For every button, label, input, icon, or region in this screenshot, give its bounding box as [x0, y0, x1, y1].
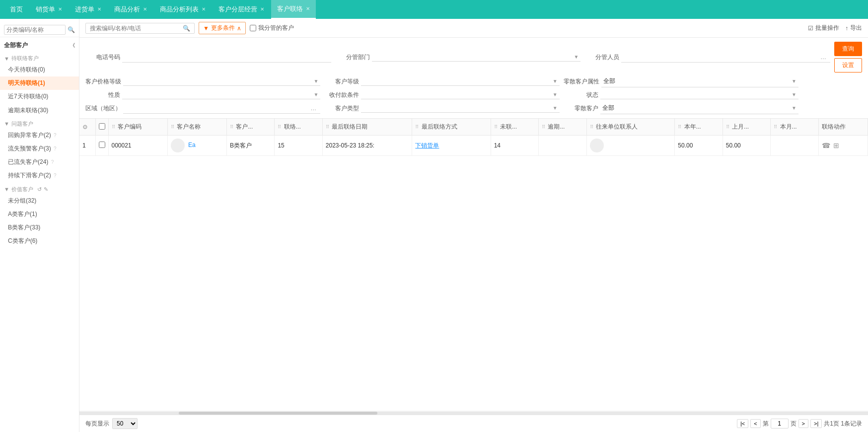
status-arrow: ▼	[792, 92, 796, 97]
sidebar-item-overdue-contact[interactable]: 逾期未联络(30)	[0, 104, 79, 117]
total-label: 共1页 1条记录	[824, 420, 862, 428]
nav-sales[interactable]: 销货单 ✕	[30, 0, 68, 19]
contact-avatar	[590, 139, 604, 152]
col-handle-contact-count: ⠿	[278, 124, 281, 130]
my-customers-check[interactable]: 我分管的客户	[250, 24, 294, 32]
reset-btn[interactable]: 设置	[834, 58, 862, 72]
th-this-year: ⠿ 本年...	[675, 119, 723, 136]
refresh-icon[interactable]: ↺	[37, 186, 42, 193]
filter-retail-customer-select[interactable]: 全部 ▼	[600, 102, 798, 114]
filter-customer-level-select[interactable]: ▼	[361, 77, 559, 86]
nav-goods-analysis-close[interactable]: ✕	[143, 0, 147, 19]
col-handle-overdue: ⠿	[542, 124, 545, 130]
filter-nature-label: 性质	[85, 91, 120, 99]
nav-customer-contact[interactable]: 客户联络 ✕	[271, 0, 316, 19]
filter-customer-type: 客户类型 ▼	[324, 104, 559, 113]
horizontal-scrollbar[interactable]	[79, 411, 868, 415]
nav-goods-analysis-list[interactable]: 商品分析列表 ✕	[154, 0, 212, 19]
query-btn[interactable]: 查询	[834, 42, 862, 56]
td-name: Ea	[167, 136, 226, 156]
sidebar-group-problem-label: 问题客户	[11, 120, 33, 128]
sidebar: 🔍 全部客户 《 ▼待联络客户 今天待联络(0) 明天待联络(1) 近7天待联络…	[0, 19, 79, 432]
nav-purchase[interactable]: 进货单 ✕	[69, 0, 107, 19]
nav-customer-tier[interactable]: 客户分层经营 ✕	[213, 0, 270, 19]
sidebar-item-class-c-label: C类客户(6)	[8, 237, 37, 244]
sidebar-all-customers[interactable]: 全部客户 《	[0, 39, 79, 52]
nav-customer-tier-close[interactable]: ✕	[260, 0, 264, 19]
filter-area-select[interactable]: …	[123, 103, 320, 114]
th-name-label: 客户名称	[177, 123, 201, 130]
th-this-month: ⠿ 本月...	[771, 119, 818, 136]
sidebar-item-class-a[interactable]: A类客户(1)	[0, 208, 79, 221]
sidebar-item-declining[interactable]: 持续下滑客户(2) ?	[0, 169, 79, 182]
filter-actions: 查询 设置	[834, 42, 862, 72]
page-input[interactable]	[771, 419, 789, 429]
grid-action-icon[interactable]: ⊞	[833, 142, 839, 149]
sidebar-item-ungrouped[interactable]: 未分组(32)	[0, 194, 79, 208]
sidebar-item-week-contact[interactable]: 近7天待联络(0)	[0, 90, 79, 103]
last-page-btn[interactable]: >|	[810, 419, 822, 428]
per-page-select[interactable]: 50 100 200	[112, 418, 138, 429]
nav-goods-analysis[interactable]: 商品分析 ✕	[108, 0, 153, 19]
row-name[interactable]: Ea	[188, 142, 196, 148]
filter-row-1: 电话号码 分管部门 ▼ 分管人员 … 查询 设置	[85, 42, 862, 72]
phone-action-icon[interactable]: ☎	[822, 142, 830, 149]
scrollbar-track	[79, 412, 868, 415]
sidebar-item-class-c[interactable]: C类客户(6)	[0, 234, 79, 248]
sidebar-search-input[interactable]	[4, 25, 66, 35]
sidebar-item-repurchase-abnormal[interactable]: 回购异常客户(2) ?	[0, 129, 79, 142]
filter-customer-type-select[interactable]: ▼	[361, 104, 559, 113]
filter-nature-select[interactable]: ▼	[122, 90, 320, 99]
area-dots-icon[interactable]: …	[308, 105, 318, 112]
sidebar-item-repurchase-label: 回购异常客户(2)	[8, 132, 51, 139]
filter-dept-select[interactable]: ▼	[372, 53, 581, 62]
sidebar-item-today-contact[interactable]: 今天待联络(0)	[0, 63, 79, 76]
td-this-year: 50.00	[675, 136, 723, 156]
batch-op-btn[interactable]: ☑ 批量操作	[808, 24, 839, 32]
filter-nature: 性质 ▼	[85, 90, 320, 99]
sidebar-item-class-b[interactable]: B类客户(33)	[0, 221, 79, 234]
page-label: 第	[763, 420, 769, 428]
filter-phone-input[interactable]	[122, 52, 331, 63]
nav-sales-close[interactable]: ✕	[58, 0, 62, 19]
filter-status-select[interactable]: ▼	[600, 90, 798, 99]
nav-customer-contact-close[interactable]: ✕	[306, 0, 310, 18]
nav-purchase-close[interactable]: ✕	[97, 0, 101, 19]
filter-retail-attr-select[interactable]: 全部 ▼	[601, 75, 798, 87]
filter-manager-select[interactable]: …	[621, 52, 830, 63]
search-input[interactable]	[90, 25, 183, 32]
th-type-label: 客户...	[236, 123, 253, 130]
filter-phone: 电话号码	[85, 52, 331, 63]
more-filter-btn[interactable]: ▼ 更多条件 ∧	[199, 22, 246, 34]
th-code-label: 客户编码	[118, 123, 142, 130]
first-page-btn[interactable]: |<	[737, 419, 748, 428]
filter-row-4: 区域（地区） … 客户类型 ▼ 零散客户 全部 ▼	[85, 102, 862, 114]
my-customers-checkbox[interactable]	[250, 25, 256, 31]
next-page-btn[interactable]: >	[798, 419, 808, 428]
nav-goods-analysis-list-close[interactable]: ✕	[202, 0, 206, 19]
table-header: ⚙ ⠿ 客户编码 ⠿ 客户名称	[79, 119, 868, 136]
filter-payment-select[interactable]: ▼	[361, 90, 559, 99]
th-contact-person-label: 往来单位联系人	[596, 123, 638, 130]
filter-retail-customer-value: 全部	[602, 104, 614, 112]
prev-page-btn[interactable]: <	[750, 419, 760, 428]
nav-home[interactable]: 首页	[4, 0, 29, 19]
row-last-method[interactable]: 下销货单	[415, 142, 439, 149]
row-checkbox[interactable]	[99, 142, 105, 148]
search-icon[interactable]: 🔍	[183, 25, 190, 32]
sidebar-item-churned[interactable]: 已流失客户(24) ?	[0, 155, 79, 169]
filter-value-level-select[interactable]: ▼	[123, 77, 320, 86]
th-action-label: 联络动作	[822, 123, 846, 130]
scrollbar-thumb[interactable]	[179, 412, 377, 415]
edit-icon[interactable]: ✎	[44, 186, 48, 193]
export-btn[interactable]: ↑ 导出	[845, 24, 862, 32]
sidebar-item-churn-warning[interactable]: 流失预警客户(3) ?	[0, 142, 79, 155]
th-overdue-label: 逾期...	[548, 123, 565, 130]
select-all-checkbox[interactable]	[99, 123, 105, 130]
td-last-date: 2023-05-23 18:25:	[322, 136, 412, 156]
manager-dots-icon[interactable]: …	[818, 54, 828, 61]
sidebar-search-icon[interactable]: 🔍	[68, 26, 75, 33]
sidebar-item-tomorrow-contact[interactable]: 明天待联络(1)	[0, 76, 79, 90]
settings-icon[interactable]: ⚙	[82, 124, 88, 131]
td-last-month: 50.00	[723, 136, 770, 156]
